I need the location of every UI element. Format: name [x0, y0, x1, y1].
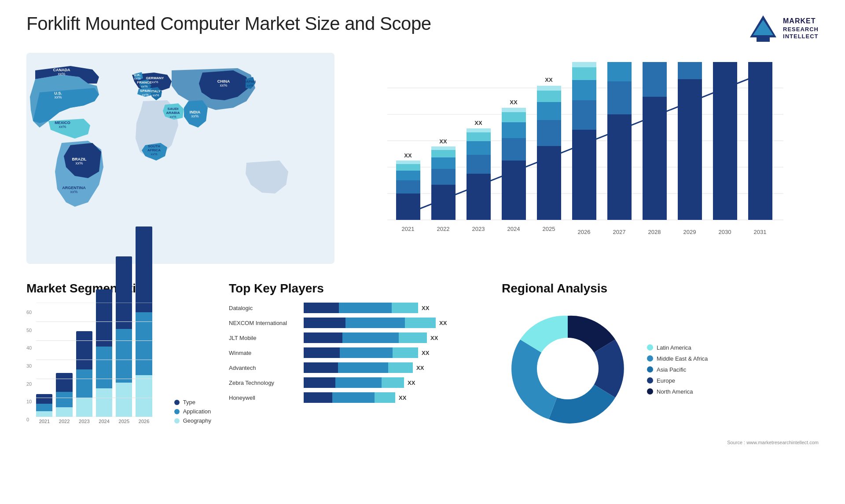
svg-rect-45 [396, 180, 420, 194]
regional-container: Regional Analysis [502, 281, 819, 445]
regional-legend-latin-america: Latin America [647, 344, 708, 351]
seg-xlabel-2021: 2021 [36, 419, 52, 424]
svg-rect-75 [537, 91, 561, 102]
svg-rect-81 [572, 80, 596, 100]
player-name-honeywell: Honeywell [229, 394, 299, 401]
player-name-advantech: Advantech [229, 365, 299, 371]
player-value-jlt: XX [430, 335, 438, 341]
regional-label-north-america: North America [657, 388, 693, 395]
player-value-nexcom: XX [439, 320, 447, 326]
regional-legend-europe: Europe [647, 377, 708, 384]
svg-text:XX: XX [474, 120, 482, 126]
player-row-winmate: Winmate XX [229, 347, 484, 358]
legend-label-type: Type [183, 399, 195, 405]
svg-text:2030: 2030 [719, 229, 731, 235]
seg-xlabel-2026: 2026 [136, 419, 152, 424]
player-bar-nexcom: XX [304, 318, 484, 328]
svg-text:xx%: xx% [75, 161, 83, 165]
player-row-honeywell: Honeywell XX [229, 392, 484, 403]
svg-rect-79 [572, 130, 596, 220]
seg-legend: Type Application Geography [174, 399, 211, 424]
svg-text:AFRICA: AFRICA [147, 148, 161, 152]
svg-text:2024: 2024 [507, 226, 520, 232]
svg-text:2026: 2026 [578, 229, 591, 235]
svg-rect-46 [396, 171, 420, 180]
svg-text:2025: 2025 [543, 226, 555, 232]
legend-item-application: Application [174, 408, 211, 415]
players-title: Top Key Players [229, 281, 484, 296]
player-row-datalogic: Datalogic XX [229, 303, 484, 313]
svg-text:xx%: xx% [151, 80, 158, 84]
growth-bar-chart: XX 2021 XX 2022 XX [361, 62, 810, 246]
svg-rect-65 [502, 161, 526, 220]
svg-text:xx%: xx% [220, 83, 227, 88]
player-value-zebra: XX [408, 380, 415, 386]
svg-rect-55 [431, 146, 456, 150]
svg-rect-95 [713, 62, 737, 220]
world-map-svg: CANADA xx% U.S. xx% MEXICO xx% BRAZIL xx… [26, 53, 334, 264]
header: Forklift Mounted Computer Market Size an… [26, 13, 819, 44]
svg-rect-44 [396, 194, 420, 220]
regional-label-middle-east: Middle East & Africa [657, 355, 708, 362]
player-row-jlt: JLT Mobile XX [229, 332, 484, 343]
bottom-section: Market Segmentation 60 50 40 30 20 10 0 [26, 281, 819, 445]
regional-dot-europe [647, 377, 653, 383]
svg-text:FRANCE: FRANCE [137, 80, 152, 84]
svg-text:xx%: xx% [58, 72, 65, 76]
svg-rect-51 [431, 185, 456, 220]
svg-text:XX: XX [510, 99, 518, 106]
regional-label-latin-america: Latin America [657, 344, 691, 351]
regional-dot-asia-pacific [647, 366, 653, 373]
svg-rect-74 [537, 102, 561, 120]
seg-year-2025 [116, 256, 132, 417]
seg-y-axis: 60 50 40 30 20 10 0 [26, 310, 32, 424]
svg-text:2022: 2022 [437, 226, 450, 232]
player-bar-winmate: XX [304, 347, 484, 358]
segmentation-container: Market Segmentation 60 50 40 30 20 10 0 [26, 281, 211, 424]
player-bar-jlt: XX [304, 332, 484, 343]
svg-rect-92 [678, 79, 702, 220]
map-container: CANADA xx% U.S. xx% MEXICO xx% BRAZIL xx… [26, 53, 334, 264]
seg-xlabel-2025: 2025 [116, 419, 132, 424]
svg-text:xx%: xx% [246, 84, 253, 88]
svg-rect-76 [537, 86, 561, 91]
player-row-zebra: Zebra Technology XX [229, 377, 484, 388]
logo-icon [748, 13, 779, 44]
svg-text:2031: 2031 [754, 229, 767, 235]
svg-rect-62 [467, 128, 491, 132]
seg-year-2024 [96, 289, 112, 417]
svg-text:SAUDI: SAUDI [168, 107, 179, 111]
player-value-honeywell: XX [399, 394, 406, 401]
svg-rect-58 [467, 174, 491, 220]
svg-text:2023: 2023 [472, 226, 485, 232]
player-row-nexcom: NEXCOM International XX [229, 318, 484, 328]
regional-dot-north-america [647, 388, 653, 394]
svg-rect-90 [643, 62, 667, 97]
svg-rect-59 [467, 155, 491, 174]
players-container: Top Key Players Datalogic XX NEXCOM Int [229, 281, 484, 403]
svg-rect-72 [537, 146, 561, 220]
regional-dot-latin-america [647, 344, 653, 351]
player-name-winmate: Winmate [229, 350, 299, 356]
svg-rect-69 [502, 108, 526, 112]
logo-text: MARKET RESEARCH INTELLECT [783, 17, 819, 41]
donut-chart [502, 303, 634, 436]
svg-rect-66 [502, 138, 526, 161]
player-row-advantech: Advantech XX [229, 362, 484, 373]
logo-area: MARKET RESEARCH INTELLECT [748, 13, 819, 44]
svg-text:XX: XX [439, 138, 447, 145]
svg-text:ITALY: ITALY [151, 89, 161, 93]
svg-rect-89 [643, 97, 667, 220]
player-value-advantech: XX [416, 365, 424, 371]
svg-text:xx%: xx% [54, 95, 62, 99]
seg-year-2023 [76, 331, 92, 417]
svg-text:xx%: xx% [191, 114, 198, 118]
svg-rect-80 [572, 100, 596, 130]
legend-dot-application [174, 409, 180, 414]
legend-label-geography: Geography [183, 417, 211, 424]
regional-dot-middle-east [647, 355, 653, 362]
svg-rect-97 [748, 62, 772, 220]
svg-text:xx%: xx% [134, 77, 140, 80]
svg-rect-86 [607, 81, 632, 114]
source-text: Source : www.marketresearchintellect.com [502, 440, 819, 445]
